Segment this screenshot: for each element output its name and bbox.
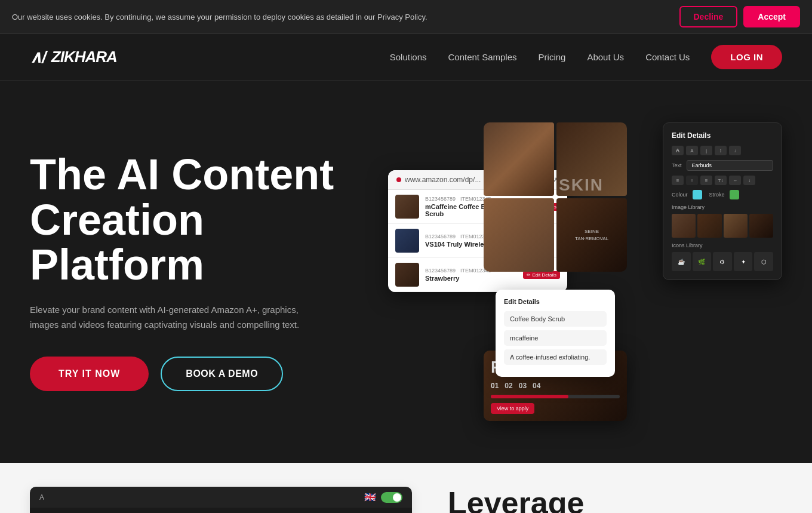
toggle-knob [393,493,401,502]
decline-button[interactable]: Decline [679,6,738,27]
edit-details-card: Edit Details A A | ↕ ↓ Text Earbuds ≡ [663,122,782,280]
hero-content: The AI Content Creation Platform Elevate… [30,152,364,391]
hero-subtitle: Elevate your brand content with AI-gener… [30,302,316,333]
products-collage: SKIN SEINETAN·REMOVAL [484,122,627,272]
img-lib-4[interactable] [749,214,773,238]
language-toggle[interactable] [381,492,402,503]
format-btn-1[interactable]: A [672,146,684,155]
popup-field-1[interactable]: Coffee Body Scrub [504,311,607,327]
format-buttons-row: A A | ↕ ↓ [672,146,773,155]
colour-stroke-row: Colour Stroke [672,190,773,199]
img-library-label: Image Library [672,204,773,210]
colour-label: Colour [672,192,688,198]
icons-library-grid: ☕ 🌿 ⚙ ✦ ⬡ [672,252,773,271]
product-img-1 [484,122,554,196]
align-right-icon[interactable]: ≡ [700,176,712,185]
bottom-left: A 🇬🇧 What Would You Like To Create? [30,487,412,513]
feat-num-3: 03 [519,382,527,390]
amazon-url-text: www.amazon.com/dp/... [405,176,481,184]
features-view-button[interactable]: View to apply [491,403,534,414]
demo-card-header-title: A [39,493,44,502]
logo-text: ZIKHARA [51,48,117,66]
product-text-4: SEINETAN·REMOVAL [575,228,608,241]
text-input[interactable]: Earbuds [687,160,773,171]
hero-section: The AI Content Creation Platform Elevate… [0,81,812,463]
image-library-grid [672,214,773,238]
item-thumb-2 [395,229,419,253]
nav-content-samples[interactable]: Content Samples [448,52,516,62]
icon-4[interactable]: ✦ [734,252,753,271]
img-lib-2[interactable] [697,214,721,238]
colour-swatch[interactable] [693,190,702,199]
text-size-icon[interactable]: T↕ [715,176,727,185]
icon-3[interactable]: ⚙ [713,252,732,271]
feat-num-2: 02 [505,382,512,390]
popup-field-3[interactable]: A coffee-infused exfoliating. [504,349,607,365]
text-input-row: Text Earbuds [672,160,773,171]
cookie-bar: Our website uses cookies. By continuing,… [0,0,812,34]
hero-buttons: TRY IT NOW BOOK A DEMO [30,357,364,391]
nav-solutions[interactable]: Solutions [390,52,427,62]
login-button[interactable]: LOG IN [711,45,782,69]
edit-details-title: Edit Details [672,131,773,140]
stroke-label: Stroke [709,192,725,198]
item-sku-2: B123456789 [425,234,456,239]
edit-badge-3: ✏ Edit Details [523,271,560,279]
icons-library-label: Icons Library [672,242,773,248]
features-numbers: 01 02 03 04 [491,382,620,390]
cookie-buttons: Decline Accept [679,6,801,27]
hero-title: The AI Content Creation Platform [30,152,364,288]
demo-card-body: What Would You Like To Create? [30,508,412,513]
format-btn-2[interactable]: A [686,146,698,155]
book-demo-button[interactable]: BOOK A DEMO [161,357,283,391]
feat-num-1: 01 [491,382,499,390]
hero-title-line1: The AI Content [30,150,334,198]
features-bar [491,395,620,398]
format-btn-3[interactable]: | [700,146,712,155]
icon-2[interactable]: 🌿 [693,252,712,271]
url-dot [396,177,401,182]
align-left-icon[interactable]: ≡ [672,176,684,185]
hero-title-line2: Creation Platform [30,196,204,289]
edit-popup-card: Edit Details Coffee Body Scrub mcaffeine… [496,290,615,377]
icon-5[interactable]: ⬡ [754,252,773,271]
nav: Solutions Content Samples Pricing About … [390,45,782,69]
leverage-line1: Leverage [448,486,584,513]
feat-num-4: 04 [533,382,540,390]
nav-about-us[interactable]: About Us [587,52,624,62]
popup-field-2[interactable]: mcaffeine [504,330,607,346]
mockup-container: www.amazon.com/dp/... ↗ B123456789 ITEM0… [388,122,782,421]
text-spacing-icon[interactable]: ↔ [729,176,741,185]
bottom-right: Leverage Generative AI [448,487,782,513]
format-btn-5[interactable]: ↓ [729,146,741,155]
demo-card: A 🇬🇧 What Would You Like To Create? [30,487,412,513]
cookie-text: Our website uses cookies. By continuing,… [12,13,679,21]
item-name-3: Strawberry [425,275,517,282]
uk-flag-icon: 🇬🇧 [364,492,376,503]
nav-contact-us[interactable]: Contact Us [645,52,690,62]
item-sku-3: B123456789 [425,268,456,274]
leverage-title: Leverage Generative AI [448,487,782,513]
item-thumb-3 [395,263,419,287]
try-it-now-button[interactable]: TRY IT NOW [30,357,149,391]
logo-icon: ∧/ [30,47,47,67]
features-bar-fill [491,395,568,398]
text-down-icon[interactable]: ↓ [743,176,755,185]
demo-header-controls: 🇬🇧 [364,492,402,503]
img-lib-1[interactable] [672,214,696,238]
align-center-icon[interactable]: ≡ [686,176,698,185]
accept-button[interactable]: Accept [743,6,800,27]
img-lib-3[interactable] [724,214,748,238]
hero-visual: www.amazon.com/dp/... ↗ B123456789 ITEM0… [388,122,782,421]
nav-pricing[interactable]: Pricing [539,52,566,62]
item-thumb-1 [395,195,419,219]
bottom-section: A 🇬🇧 What Would You Like To Create? Leve… [0,463,812,513]
stroke-swatch[interactable] [730,190,739,199]
header: ∧/ ZIKHARA Solutions Content Samples Pri… [0,34,812,81]
alignment-row: ≡ ≡ ≡ T↕ ↔ ↓ [672,176,773,185]
product-img-2: SKIN [556,122,627,196]
text-label: Text [672,162,682,168]
logo[interactable]: ∧/ ZIKHARA [30,47,117,67]
format-btn-4[interactable]: ↕ [715,146,727,155]
icon-1[interactable]: ☕ [672,252,691,271]
